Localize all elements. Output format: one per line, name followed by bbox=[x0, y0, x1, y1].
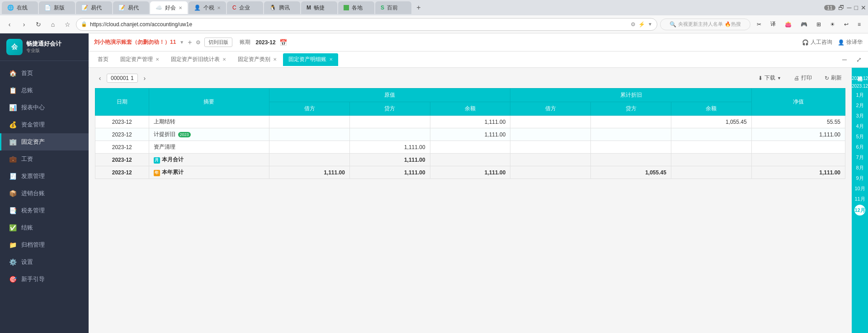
add-company-btn[interactable]: + bbox=[188, 38, 192, 47]
reload-button[interactable]: ↻ bbox=[33, 19, 44, 30]
period-month-9[interactable]: 9月 bbox=[854, 174, 866, 183]
home-button[interactable]: ⌂ bbox=[47, 19, 59, 30]
tab-label-fixed-assets-mgmt: 固定资产管理 bbox=[120, 56, 153, 63]
period-month-12[interactable]: 12月 bbox=[854, 205, 865, 216]
scissors-btn[interactable]: ✂ bbox=[753, 19, 765, 30]
grid-btn[interactable]: ⊞ bbox=[813, 19, 825, 30]
close-window-icon[interactable]: ✕ bbox=[861, 4, 866, 11]
page-tab-home[interactable]: 首页 bbox=[92, 53, 114, 66]
wallet-btn[interactable]: 👛 bbox=[781, 19, 795, 30]
browser-tab-changjie[interactable]: M 畅捷 bbox=[301, 1, 337, 14]
forward-button[interactable]: › bbox=[18, 19, 30, 30]
tab-favicon: M bbox=[307, 5, 311, 11]
tab-label: 各地 bbox=[352, 4, 363, 12]
address-bar[interactable]: 🔒 https://cloud.chanjet.com/accounting/u… bbox=[76, 18, 657, 31]
period-month-3[interactable]: 3月 bbox=[854, 111, 866, 121]
company-settings-icon[interactable]: ⚙ bbox=[196, 39, 201, 46]
sidebar-item-label-archive: 归档管理 bbox=[21, 241, 45, 249]
cell-net-value bbox=[751, 154, 845, 166]
page-tab-asset-ledger[interactable]: 固定资产明细账 ✕ bbox=[283, 53, 338, 66]
sidebar-item-fixed-assets[interactable]: 🏢 固定资产 bbox=[0, 133, 89, 150]
close-icon[interactable]: ✕ bbox=[273, 57, 277, 62]
period-month-10[interactable]: 10月 bbox=[854, 184, 866, 193]
browser-tab-yidai1[interactable]: 📝 易代 bbox=[76, 1, 112, 14]
restore-window-icon[interactable]: 🗗 bbox=[838, 4, 844, 11]
translate-btn[interactable]: 译 bbox=[767, 19, 779, 30]
period-month-5[interactable]: 5月 bbox=[854, 132, 866, 141]
close-icon[interactable]: ✕ bbox=[217, 5, 221, 10]
sidebar-item-invoice[interactable]: 🧾 发票管理 bbox=[0, 168, 89, 185]
switch-version-btn[interactable]: 切到旧版 bbox=[204, 38, 232, 47]
account-num-box: 000001 1 bbox=[107, 74, 138, 83]
calendar-icon[interactable]: 📅 bbox=[279, 39, 287, 46]
search-bar[interactable]: 🔍 央视更新主持人名单 🔥热搜 bbox=[660, 19, 750, 30]
browser-tab-online[interactable]: 🌐 在线 bbox=[2, 1, 38, 14]
menu-btn[interactable]: ≡ bbox=[854, 19, 864, 30]
download-label: 下载 bbox=[764, 74, 775, 82]
period-month-6[interactable]: 6月 bbox=[854, 142, 866, 152]
close-icon[interactable]: ✕ bbox=[222, 57, 226, 62]
browser-tab-new[interactable]: 📄 新版 bbox=[39, 1, 75, 14]
user-info[interactable]: 👤 徐译华 bbox=[838, 38, 863, 46]
period-month-1[interactable]: 1月 bbox=[854, 90, 866, 100]
browser-tab-gedi[interactable]: 各地 bbox=[338, 1, 374, 14]
brightness-btn[interactable]: ☀ bbox=[826, 19, 839, 30]
game-btn[interactable]: 🎮 bbox=[797, 19, 811, 30]
period-month-7[interactable]: 7月 bbox=[854, 153, 866, 162]
undo-btn[interactable]: ↩ bbox=[840, 19, 852, 30]
company-dropdown-icon[interactable]: ▼ bbox=[179, 40, 184, 45]
period-month-4[interactable]: 4月 bbox=[854, 122, 866, 131]
page-tab-depreciation-stat[interactable]: 固定资产折旧统计表 ✕ bbox=[165, 53, 231, 66]
page-tab-fixed-assets-mgmt[interactable]: 固定资产管理 ✕ bbox=[115, 53, 165, 66]
sidebar-item-tax[interactable]: 📑 税务管理 bbox=[0, 202, 89, 219]
next-page-btn[interactable]: › bbox=[140, 73, 150, 83]
service-btn[interactable]: 🎧 人工咨询 bbox=[802, 38, 832, 46]
prev-page-btn[interactable]: ‹ bbox=[95, 73, 105, 83]
refresh-btn[interactable]: ↻ 刷新 bbox=[821, 72, 845, 84]
browser-tab-yidai2[interactable]: 📝 易代 bbox=[113, 1, 149, 14]
download-icon: ⬇ bbox=[758, 75, 763, 81]
sidebar-item-period-end[interactable]: ✅ 结账 bbox=[0, 219, 89, 236]
sidebar-item-guide[interactable]: 🎯 新手引导 bbox=[0, 271, 89, 288]
period-month-2[interactable]: 2月 bbox=[854, 101, 866, 110]
minimize-tab-icon[interactable]: ─ bbox=[839, 54, 850, 65]
cell-original-credit: 1,111.00 bbox=[349, 141, 430, 154]
browser-tab-baiqian[interactable]: S 百前 bbox=[375, 1, 411, 14]
sidebar-item-inventory[interactable]: 📦 进销台账 bbox=[0, 185, 89, 202]
period-month-11[interactable]: 11月 bbox=[854, 194, 866, 204]
browser-tab-geshui[interactable]: 👤 个税 ✕ bbox=[189, 1, 226, 14]
period-month-8[interactable]: 8月 bbox=[854, 163, 866, 173]
company-name: 刘小艳演示账套（勿删勿动！）11 bbox=[94, 38, 176, 46]
right-panel: 期间选择 2023.12 2023.12 1月 2月 3月 4月 5月 6月 7… bbox=[852, 68, 868, 333]
sidebar-item-home[interactable]: 🏠 首页 bbox=[0, 65, 89, 82]
sidebar-item-settings[interactable]: ⚙️ 设置 bbox=[0, 253, 89, 271]
minimize-icon[interactable]: ─ bbox=[847, 4, 852, 11]
browser-tab-tencent[interactable]: 🐧 腾讯 bbox=[264, 1, 300, 14]
dropdown-icon[interactable]: ▼ bbox=[648, 22, 652, 27]
expand-tab-icon[interactable]: ⤢ bbox=[854, 54, 864, 65]
page-tab-asset-category[interactable]: 固定资产类别 ✕ bbox=[232, 53, 282, 66]
close-icon[interactable]: ✕ bbox=[329, 57, 333, 62]
sidebar-item-label-inventory: 进销台账 bbox=[21, 189, 45, 197]
download-btn[interactable]: ⬇ 下载 ▼ bbox=[755, 72, 785, 84]
tab-label: 好会 bbox=[165, 4, 176, 12]
lightning-icon[interactable]: ⚡ bbox=[638, 21, 645, 28]
sidebar-item-archive[interactable]: 📁 归档管理 bbox=[0, 236, 89, 253]
close-icon[interactable]: ✕ bbox=[156, 57, 159, 62]
maximize-icon[interactable]: □ bbox=[854, 4, 858, 11]
browser-tab-haohui[interactable]: ☁️ 好会 ✕ bbox=[150, 1, 188, 14]
sidebar-item-capital[interactable]: 💰 资金管理 bbox=[0, 116, 89, 133]
print-btn[interactable]: 🖨 打印 bbox=[790, 72, 816, 84]
sidebar-item-payroll[interactable]: 💼 工资 bbox=[0, 150, 89, 168]
site-info-icon[interactable]: ⚙ bbox=[631, 21, 636, 28]
back-button[interactable]: ‹ bbox=[4, 19, 15, 30]
close-icon[interactable]: ✕ bbox=[179, 5, 182, 10]
sub-header-accum-debit: 借方 bbox=[510, 102, 591, 116]
sidebar-item-general-ledger[interactable]: 📋 总账 bbox=[0, 82, 89, 99]
sidebar-item-reports[interactable]: 📊 报表中心 bbox=[0, 99, 89, 116]
new-tab-button[interactable]: + bbox=[412, 1, 425, 14]
ledger-icon: 📋 bbox=[9, 86, 17, 94]
bookmark-button[interactable]: ☆ bbox=[61, 19, 73, 30]
tab-label-asset-category: 固定资产类别 bbox=[238, 56, 270, 63]
browser-tab-qiye[interactable]: C 企业 bbox=[227, 1, 263, 14]
